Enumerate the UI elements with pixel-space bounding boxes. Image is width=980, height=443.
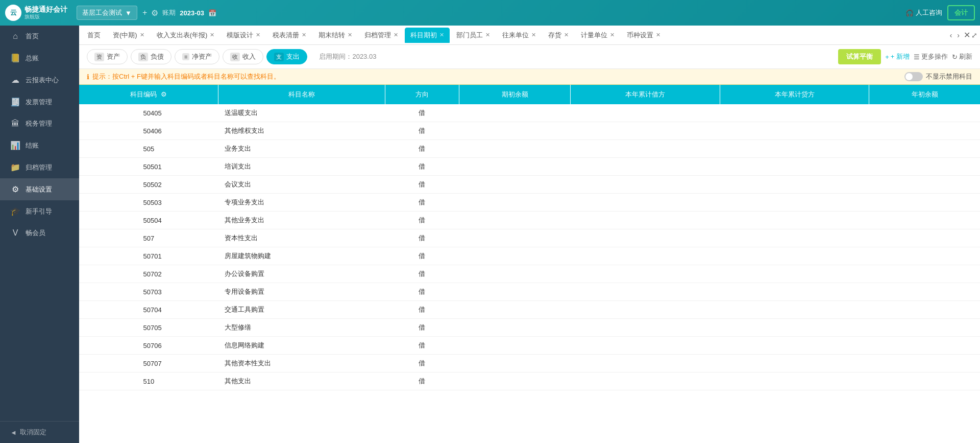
cell-direction: 借 — [385, 283, 459, 301]
project-selector[interactable]: 基层工会测试 ▼ — [77, 6, 137, 20]
sidebar-item-guide[interactable]: 🎓新手引导 — [0, 200, 79, 222]
cell-code: 50406 — [79, 122, 218, 140]
logo-icon: 云 — [5, 5, 21, 21]
tab-close-inventory[interactable]: ✕ — [564, 32, 569, 38]
tab-close-counterpart[interactable]: ✕ — [531, 32, 536, 38]
kuaiji-button[interactable]: 会计 — [947, 5, 975, 20]
cell-code: 50503 — [79, 194, 218, 212]
sub-tab-liability[interactable]: 负负债 — [131, 49, 172, 64]
table-row: 50702 办公设备购置 借 — [79, 265, 980, 283]
tab-income-annual[interactable]: 收入支出表(年报)✕ — [151, 28, 220, 43]
cell-year-opening — [869, 158, 980, 176]
sidebar-item-home[interactable]: ⌂首页 — [0, 26, 79, 47]
tab-close-balance-period[interactable]: ✕ — [140, 32, 144, 38]
cell-direction: 借 — [385, 265, 459, 283]
tab-close-unit[interactable]: ✕ — [610, 32, 615, 38]
cell-ytd-credit — [720, 104, 869, 122]
tab-subject-init[interactable]: 科目期初✕ — [405, 28, 450, 43]
tab-expand-button[interactable]: ⤢ — [971, 31, 977, 39]
tab-close-tax-clear[interactable]: ✕ — [302, 32, 306, 38]
cell-code: 50705 — [79, 319, 218, 337]
cell-opening — [459, 372, 571, 390]
table-row: 507 资本性支出 借 — [79, 229, 980, 247]
more-actions-button[interactable]: ☰ 更多操作 — [914, 52, 948, 61]
tab-label-period-transfer: 期末结转 — [318, 31, 345, 40]
tab-close-income-annual[interactable]: ✕ — [210, 32, 214, 38]
tab-home[interactable]: 首页 — [82, 28, 106, 43]
cell-code: 505 — [79, 140, 218, 158]
tab-dept-staff[interactable]: 部门员工✕ — [451, 28, 496, 43]
tab-label-inventory: 存货 — [548, 31, 561, 40]
sidebar-item-settings[interactable]: ⚙基础设置 — [0, 178, 79, 200]
collapse-label: 取消固定 — [20, 428, 46, 437]
tab-prev-button[interactable]: ‹ — [948, 30, 954, 40]
tab-close-dept-staff[interactable]: ✕ — [485, 32, 490, 38]
show-disabled-toggle[interactable] — [904, 72, 923, 81]
add-button[interactable]: + + 新增 — [885, 52, 910, 61]
home-icon: ⌂ — [10, 32, 20, 41]
table-row: 50703 专用设备购置 借 — [79, 283, 980, 301]
cell-code: 50703 — [79, 283, 218, 301]
tab-currency[interactable]: 币种设置✕ — [621, 28, 666, 43]
cell-ytd-credit — [720, 355, 869, 372]
col-opening: 期初余额 — [459, 85, 571, 104]
tab-close-template[interactable]: ✕ — [256, 32, 260, 38]
tab-period-transfer[interactable]: 期末结转✕ — [313, 28, 358, 43]
logo-area: 云 畅捷通好会计 旗舰版 — [5, 5, 71, 21]
cell-opening — [459, 319, 571, 337]
tab-counterpart[interactable]: 往来单位✕ — [497, 28, 542, 43]
sub-tab-income[interactable]: 收收入 — [223, 49, 263, 64]
sidebar-item-settlement[interactable]: 📊结账 — [0, 134, 79, 156]
tab-next-button[interactable]: › — [955, 30, 962, 40]
tab-template[interactable]: 模版设计✕ — [221, 28, 266, 43]
gear-icon[interactable]: ⚙ — [161, 90, 167, 98]
tab-tax-clear[interactable]: 税表清册✕ — [267, 28, 312, 43]
tab-close-archive-mgmt[interactable]: ✕ — [394, 32, 398, 38]
table-row: 50701 房屋建筑物购建 借 — [79, 247, 980, 265]
tab-close-period-transfer[interactable]: ✕ — [348, 32, 352, 38]
cell-ytd-debit — [571, 194, 720, 212]
sidebar-item-archive[interactable]: 📁归档管理 — [0, 156, 79, 178]
archive-icon: 📁 — [10, 162, 20, 172]
sub-tab-label-asset: 资产 — [107, 52, 120, 61]
cell-direction: 借 — [385, 372, 459, 390]
sidebar-item-cloud-report[interactable]: ☁云报表中心 — [0, 69, 79, 91]
ai-consult-button[interactable]: 🎧 人工咨询 — [905, 8, 942, 17]
cell-code: 50704 — [79, 301, 218, 319]
cell-year-opening — [869, 319, 980, 337]
cell-year-opening — [869, 104, 980, 122]
calendar-icon[interactable]: 📅 — [208, 9, 216, 17]
cell-ytd-credit — [720, 140, 869, 158]
cell-direction: 借 — [385, 337, 459, 355]
tab-unit[interactable]: 计量单位✕ — [575, 28, 620, 43]
cell-year-opening — [869, 301, 980, 319]
sidebar-item-ledger[interactable]: 📒总账 — [0, 47, 79, 69]
sidebar-item-member[interactable]: V畅会员 — [0, 222, 79, 244]
tab-label-tax-clear: 税表清册 — [273, 31, 299, 40]
tab-inventory[interactable]: 存货✕ — [543, 28, 574, 43]
sidebar-item-invoice[interactable]: 🧾发票管理 — [0, 91, 79, 113]
sub-tab-icon-asset: 资 — [94, 53, 104, 61]
cell-opening — [459, 355, 571, 372]
tab-close-subject-init[interactable]: ✕ — [439, 32, 444, 38]
table-container[interactable]: 科目编码 ⚙ 科目名称 方向 期初余额 本年累计借方 本年累计贷方 年初余额 — [79, 85, 980, 443]
project-name: 基层工会测试 — [82, 8, 122, 17]
cell-ytd-debit — [571, 212, 720, 229]
refresh-button[interactable]: ↻ 刷新 — [952, 52, 972, 61]
add-icon[interactable]: + — [142, 8, 147, 17]
calc-balance-button[interactable]: 试算平衡 — [838, 49, 881, 64]
cell-direction: 借 — [385, 104, 459, 122]
guide-icon: 🎓 — [10, 206, 20, 216]
sub-tab-asset[interactable]: 资资产 — [87, 49, 128, 64]
tab-close-currency[interactable]: ✕ — [656, 32, 660, 38]
sub-tab-net-asset[interactable]: ≡净资产 — [175, 49, 219, 64]
tab-close-all-button[interactable]: ✕ — [964, 30, 970, 40]
settings-icon[interactable]: ⚙ — [151, 8, 158, 18]
sidebar-item-tax[interactable]: 🏛税务管理 — [0, 113, 79, 134]
tab-balance-period[interactable]: 资(中期)✕ — [107, 28, 150, 43]
sidebar-collapse-button[interactable]: ◄ 取消固定 — [0, 421, 79, 443]
table-row: 510 其他支出 借 — [79, 372, 980, 390]
sub-tab-expense[interactable]: 支支出 — [266, 49, 307, 64]
tab-archive-mgmt[interactable]: 归档管理✕ — [359, 28, 404, 43]
cell-ytd-debit — [571, 122, 720, 140]
